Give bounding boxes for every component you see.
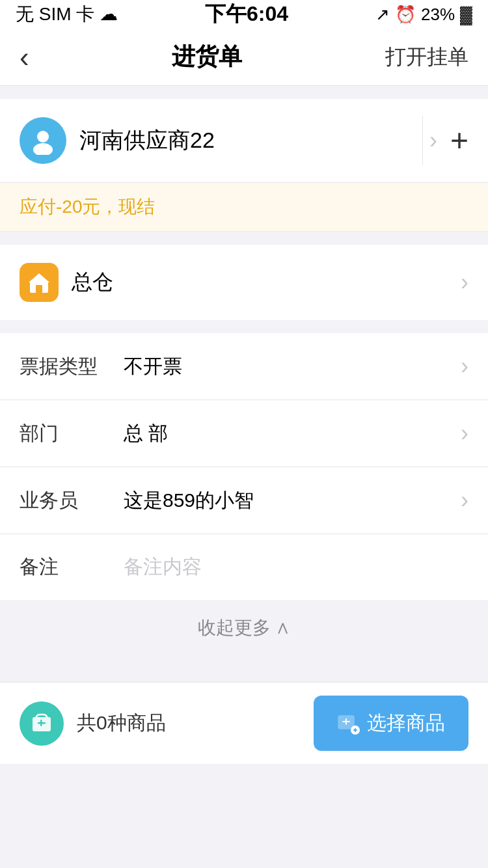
select-product-icon bbox=[337, 712, 360, 735]
nav-bar: ‹ 进货单 打开挂单 bbox=[0, 29, 488, 86]
svg-rect-10 bbox=[346, 718, 347, 725]
salesperson-value: 这是859的小智 bbox=[124, 487, 461, 514]
status-time: 下午6:04 bbox=[205, 0, 288, 29]
supplier-avatar bbox=[20, 117, 66, 164]
collapse-row[interactable]: 收起更多 ∧ bbox=[0, 600, 488, 656]
location-icon: ↗ bbox=[375, 5, 390, 25]
product-count-text: 共0种商品 bbox=[77, 710, 314, 737]
status-bar: 无 SIM 卡 ☁ 下午6:04 ↗ ⏰ 23% ▓ bbox=[0, 0, 488, 29]
page-title: 进货单 bbox=[172, 41, 242, 73]
section-gap-2 bbox=[0, 232, 488, 245]
salesperson-chevron-icon: › bbox=[461, 487, 468, 514]
status-left: 无 SIM 卡 ☁ bbox=[16, 2, 118, 27]
svg-point-1 bbox=[33, 143, 53, 155]
product-icon bbox=[20, 701, 64, 746]
battery-text: 23% bbox=[421, 5, 455, 25]
department-label: 部门 bbox=[20, 420, 124, 447]
section-gap-4 bbox=[0, 656, 488, 669]
back-button[interactable]: ‹ bbox=[20, 43, 29, 72]
warehouse-row[interactable]: 总仓 › bbox=[0, 245, 488, 320]
invoice-type-chevron-icon: › bbox=[461, 353, 468, 380]
remark-label: 备注 bbox=[20, 554, 124, 580]
status-right: ↗ ⏰ 23% ▓ bbox=[375, 5, 472, 25]
svg-rect-13 bbox=[355, 728, 356, 732]
battery-icon: ▓ bbox=[460, 5, 472, 25]
supplier-divider bbox=[422, 116, 423, 166]
form-section: 票据类型 不开票 › 部门 总 部 › 业务员 这是859的小智 › 备注 备注… bbox=[0, 333, 488, 600]
select-product-label: 选择商品 bbox=[367, 710, 445, 737]
alarm-icon: ⏰ bbox=[395, 5, 416, 25]
department-row[interactable]: 部门 总 部 › bbox=[0, 400, 488, 467]
warehouse-svg-icon bbox=[27, 271, 51, 294]
add-supplier-button[interactable]: + bbox=[450, 125, 468, 156]
salesperson-label: 业务员 bbox=[20, 487, 124, 514]
warehouse-chevron-icon: › bbox=[461, 269, 468, 296]
notice-bar: 应付-20元，现结 bbox=[0, 183, 488, 232]
section-gap-3 bbox=[0, 320, 488, 333]
warehouse-name: 总仓 bbox=[72, 268, 461, 297]
department-value: 总 部 bbox=[124, 420, 461, 447]
svg-rect-7 bbox=[40, 720, 42, 726]
department-chevron-icon: › bbox=[461, 420, 468, 447]
carrier-text: 无 SIM 卡 ☁ bbox=[16, 2, 118, 27]
invoice-type-label: 票据类型 bbox=[20, 353, 124, 380]
remark-input[interactable]: 备注内容 bbox=[124, 554, 468, 580]
collapse-label: 收起更多 ∧ bbox=[198, 616, 291, 640]
warehouse-section: 总仓 › bbox=[0, 245, 488, 320]
svg-rect-4 bbox=[36, 285, 42, 293]
supplier-section: 河南供应商22 › + 应付-20元，现结 bbox=[0, 99, 488, 232]
warehouse-icon bbox=[20, 263, 59, 302]
salesperson-row[interactable]: 业务员 这是859的小智 › bbox=[0, 467, 488, 534]
notice-text: 应付-20元，现结 bbox=[20, 197, 155, 217]
cart-icon bbox=[29, 711, 55, 737]
avatar-icon bbox=[29, 126, 57, 155]
invoice-type-row[interactable]: 票据类型 不开票 › bbox=[0, 333, 488, 400]
remark-row[interactable]: 备注 备注内容 bbox=[0, 534, 488, 600]
supplier-chevron-icon: › bbox=[429, 127, 437, 154]
supplier-row[interactable]: 河南供应商22 › + bbox=[0, 99, 488, 183]
supplier-name: 河南供应商22 bbox=[79, 126, 429, 156]
select-product-button[interactable]: 选择商品 bbox=[314, 696, 468, 751]
bottom-bar: 共0种商品 选择商品 bbox=[0, 682, 488, 764]
invoice-type-value: 不开票 bbox=[124, 353, 461, 380]
open-pending-button[interactable]: 打开挂单 bbox=[385, 43, 468, 72]
svg-marker-3 bbox=[29, 273, 49, 282]
section-gap-1 bbox=[0, 86, 488, 99]
svg-point-0 bbox=[37, 131, 49, 142]
